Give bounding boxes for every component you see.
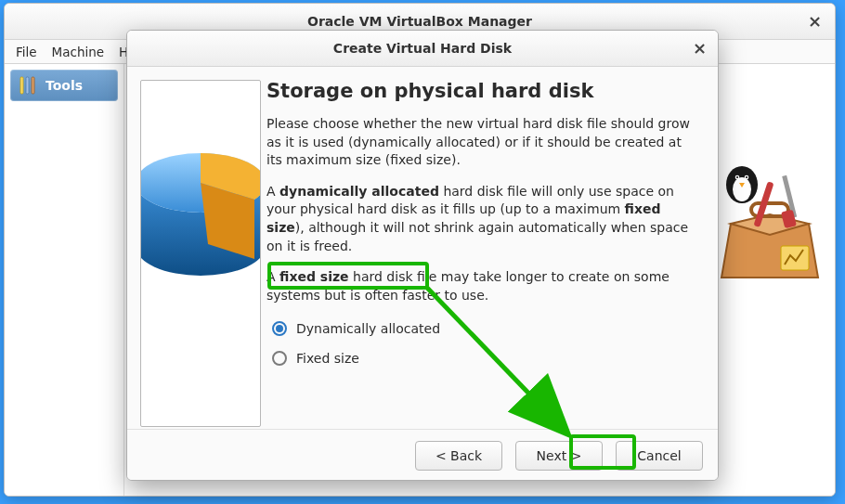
dialog-title: Create Virtual Hard Disk — [333, 41, 512, 56]
radio-dynamically-allocated[interactable]: Dynamically allocated — [266, 317, 446, 340]
wizard-disk-illustration — [140, 80, 261, 427]
wizard-paragraph-3: A fixed size hard disk file may take lon… — [266, 268, 697, 304]
dialog-body: Storage on physical hard disk Please cho… — [127, 67, 718, 429]
radio-dot-icon — [272, 321, 287, 336]
tools-icon — [18, 75, 38, 96]
dialog-footer: < Back Next > Cancel — [127, 429, 718, 481]
sidebar: Tools — [5, 64, 124, 497]
radio-label: Dynamically allocated — [296, 321, 440, 336]
dialog-close-icon[interactable]: × — [693, 40, 707, 57]
sidebar-item-label: Tools — [46, 78, 83, 93]
svg-rect-1 — [26, 77, 29, 94]
outer-close-icon[interactable]: × — [808, 13, 822, 30]
radio-label: Fixed size — [296, 351, 359, 366]
create-virtual-hard-disk-dialog: Create Virtual Hard Disk × — [126, 30, 719, 481]
svg-point-4 — [733, 177, 751, 201]
radio-fixed-size[interactable]: Fixed size — [266, 347, 365, 369]
wizard-image-pane — [127, 67, 263, 429]
storage-type-radio-group: Dynamically allocated Fixed size — [266, 317, 697, 369]
radio-dot-icon — [272, 351, 287, 366]
svg-point-8 — [746, 176, 748, 178]
wizard-heading: Storage on physical hard disk — [266, 80, 697, 102]
svg-rect-2 — [32, 77, 34, 94]
dialog-titlebar: Create Virtual Hard Disk × — [127, 31, 718, 67]
wizard-paragraph-2: A dynamically allocated hard disk file w… — [266, 183, 697, 255]
sidebar-item-tools[interactable]: Tools — [10, 70, 118, 101]
svg-rect-14 — [781, 246, 809, 270]
cancel-button[interactable]: Cancel — [616, 441, 703, 471]
wizard-paragraph-1: Please choose whether the new virtual ha… — [266, 115, 697, 170]
menu-machine[interactable]: Machine — [52, 45, 105, 59]
svg-rect-0 — [20, 77, 23, 94]
menu-file[interactable]: File — [16, 45, 37, 59]
outer-window-title: Oracle VM VirtualBox Manager — [307, 14, 532, 29]
svg-point-7 — [736, 176, 738, 178]
next-button[interactable]: Next > — [515, 441, 603, 471]
toolbox-illustration — [714, 157, 826, 299]
back-button[interactable]: < Back — [415, 441, 502, 471]
wizard-text-pane: Storage on physical hard disk Please cho… — [263, 67, 718, 429]
